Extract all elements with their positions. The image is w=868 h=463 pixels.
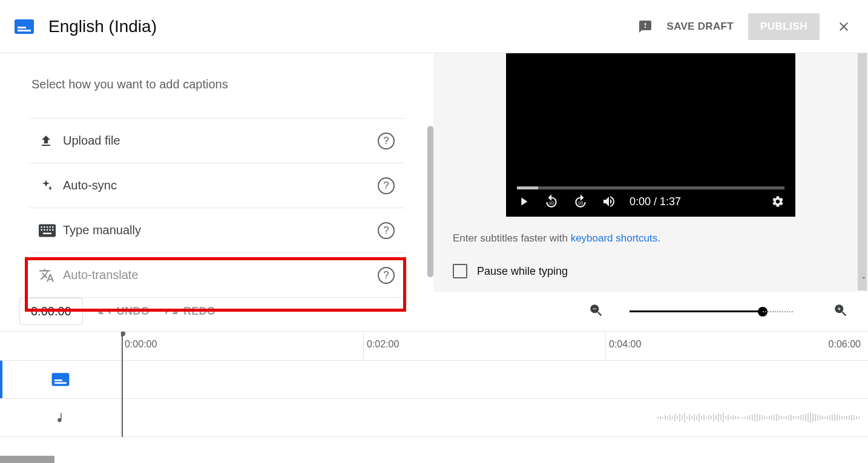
pause-while-typing-checkbox[interactable]: [453, 264, 467, 278]
option-label: Auto-translate: [63, 268, 378, 282]
scroll-down-icon[interactable]: [858, 272, 868, 283]
video-time: 0:00 / 1:37: [630, 195, 681, 208]
svg-text:10: 10: [549, 200, 554, 206]
svg-rect-7: [44, 229, 45, 230]
svg-rect-1: [41, 226, 42, 228]
captions-icon: [51, 373, 69, 386]
caption-method-panel: Select how you want to add captions Uplo…: [0, 53, 433, 292]
keyboard-shortcuts-link[interactable]: keyboard shortcuts: [571, 232, 658, 244]
option-label: Upload file: [63, 134, 378, 148]
option-auto-sync[interactable]: Auto-sync ?: [29, 163, 404, 208]
undo-label: UNDO: [117, 305, 150, 318]
help-icon[interactable]: ?: [378, 222, 395, 239]
option-type-manually[interactable]: Type manually ?: [29, 208, 404, 253]
svg-rect-3: [47, 226, 48, 228]
svg-rect-6: [41, 229, 42, 230]
close-button[interactable]: [834, 17, 853, 36]
help-icon[interactable]: ?: [378, 177, 395, 194]
svg-rect-9: [50, 229, 51, 230]
volume-icon[interactable]: [602, 194, 616, 209]
settings-icon[interactable]: [771, 195, 784, 208]
help-icon[interactable]: ?: [378, 267, 395, 284]
translate-icon: [39, 268, 63, 283]
preview-panel: 10 10 0:00 / 1:37 Enter subtitles: [433, 53, 868, 292]
ruler-mark-2: 0:04:00: [609, 339, 641, 350]
help-icon[interactable]: ?: [378, 133, 395, 149]
svg-rect-8: [47, 229, 48, 230]
option-upload-file[interactable]: Upload file ?: [29, 119, 404, 163]
save-draft-button[interactable]: SAVE DRAFT: [667, 21, 734, 33]
timeline-ruler[interactable]: 0:00:00 0:02:00 0:04:00 0:06:00: [121, 332, 868, 361]
caption-track[interactable]: [121, 361, 868, 399]
keyboard-icon: [39, 224, 63, 237]
playhead[interactable]: [122, 332, 123, 437]
forward-10-icon[interactable]: 10: [573, 194, 588, 209]
ruler-mark-0: 0:00:00: [125, 339, 157, 350]
zoom-out-icon[interactable]: [588, 303, 604, 320]
header: English (India) SAVE DRAFT PUBLISH: [0, 0, 868, 53]
feedback-icon[interactable]: [638, 19, 653, 34]
caption-track-icon[interactable]: [0, 361, 120, 399]
svg-rect-4: [50, 226, 51, 228]
replay-10-icon[interactable]: 10: [544, 194, 559, 209]
redo-button[interactable]: REDO: [164, 304, 215, 319]
audio-track[interactable]: [121, 399, 868, 437]
option-label: Type manually: [63, 223, 378, 237]
upload-icon: [39, 134, 63, 148]
option-auto-translate[interactable]: Auto-translate ?: [29, 253, 404, 298]
sparkle-icon: [39, 179, 63, 193]
captions-icon: [15, 19, 34, 34]
instruction-text: Select how you want to add captions: [31, 77, 404, 91]
right-scrollbar[interactable]: [858, 53, 867, 292]
ruler-mark-1: 0:02:00: [367, 339, 399, 350]
svg-rect-2: [44, 226, 45, 228]
svg-text:10: 10: [578, 200, 583, 206]
time-input[interactable]: 0:00:00: [19, 298, 83, 325]
pause-while-typing-label: Pause while typing: [477, 265, 568, 278]
publish-button[interactable]: PUBLISH: [748, 13, 820, 40]
option-label: Auto-sync: [63, 179, 378, 192]
audio-track-icon[interactable]: [0, 399, 120, 437]
play-icon[interactable]: [517, 195, 530, 208]
video-preview[interactable]: 10 10 0:00 / 1:37: [506, 53, 795, 217]
footer-grab-handle[interactable]: [0, 456, 54, 463]
svg-rect-5: [52, 226, 53, 228]
svg-rect-10: [52, 229, 53, 230]
undo-button[interactable]: UNDO: [97, 304, 150, 319]
waveform: [657, 412, 868, 423]
zoom-in-icon[interactable]: [833, 303, 849, 320]
ruler-mark-3: 0:06:00: [829, 339, 861, 350]
redo-label: REDO: [183, 305, 215, 318]
zoom-slider[interactable]: [630, 310, 763, 312]
timeline: 0:00:00 0:02:00 0:04:00 0:06:00: [0, 332, 868, 437]
language-title: English (India): [48, 17, 157, 36]
svg-rect-11: [43, 232, 51, 234]
options-scrollbar[interactable]: [427, 126, 433, 277]
hint-text: Enter subtitles faster with keyboard sho…: [453, 232, 868, 245]
